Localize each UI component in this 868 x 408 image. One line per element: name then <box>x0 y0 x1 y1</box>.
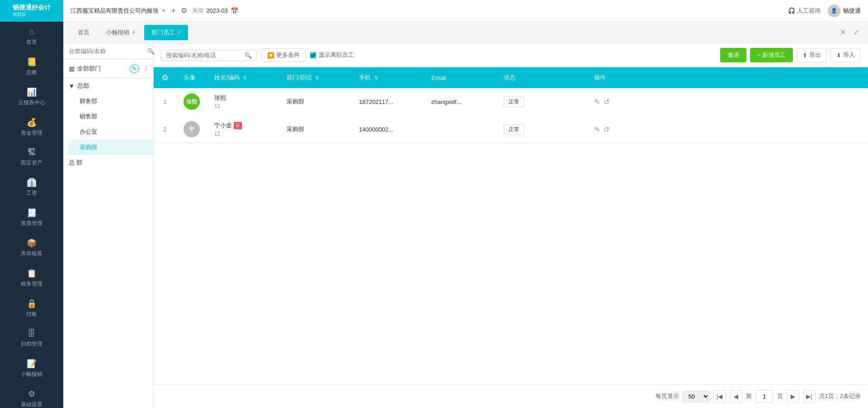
dept-node-general-header[interactable]: ▼ 总部 <box>63 78 153 94</box>
filter-label: 更多条件 <box>276 51 300 59</box>
dept-search-input[interactable] <box>69 48 145 55</box>
sidebar: ⌂ 首页 📒 总账 📊 云报表中心 💰 资金管理 🏗 固定资产 👔 工资 🧾 发… <box>0 22 63 408</box>
next-page-button[interactable]: ▶ <box>787 390 799 403</box>
prev-page-button[interactable]: ◀ <box>730 390 742 403</box>
employee-code: 12 <box>214 131 272 137</box>
dept-panel: 🔍 ▦ 全部部门 ✎ 《 ▼ 总部 财务部 <box>63 43 154 408</box>
sidebar-label-invoice: 发票管理 <box>21 220 42 227</box>
sidebar-label-salary: 工资 <box>26 189 37 197</box>
dept-cell: 采购部 <box>279 116 352 143</box>
sidebar-label-expense: 小畅报销 <box>21 370 42 378</box>
dept-node-hq[interactable]: 总 部 <box>63 155 153 170</box>
all-dept-label[interactable]: 全部部门 <box>77 65 127 73</box>
edit-employee-icon[interactable]: ✎ <box>594 98 600 106</box>
employee-search-box: 🔍 <box>161 50 257 61</box>
sidebar-label-closing: 结账 <box>26 310 37 318</box>
dept-node-office[interactable]: 办公室 <box>69 124 153 140</box>
app-logo[interactable]: 畅捷通好会计 旗舰版 <box>0 0 63 22</box>
sidebar-item-tax[interactable]: 📋 税务管理 <box>0 263 63 293</box>
employee-name: 张熙 <box>214 94 226 102</box>
sidebar-item-salary[interactable]: 👔 工资 <box>0 172 63 202</box>
dept-node-sales[interactable]: 销售部 <box>69 109 153 124</box>
sidebar-item-closing[interactable]: 🔒 结账 <box>0 293 63 324</box>
sidebar-item-inventory[interactable]: 📦 库存核算 <box>0 233 63 263</box>
per-page-select[interactable]: 50 100 <box>683 391 710 402</box>
more-action-icon[interactable]: ↺ <box>604 125 609 134</box>
sidebar-item-funds[interactable]: 💰 资金管理 <box>0 112 63 142</box>
collapse-dept-icon[interactable]: 《 <box>142 65 148 73</box>
tab-report-close[interactable]: × <box>132 29 135 36</box>
col-dept[interactable]: 部门/职位 ⇅ <box>279 67 352 88</box>
sidebar-label-assets: 固定资产 <box>21 159 42 167</box>
table-settings-icon[interactable]: ⚙ <box>161 73 169 82</box>
tab-report[interactable]: 小畅报销 × <box>99 25 142 40</box>
company-arrow-icon: ▼ <box>161 8 166 13</box>
last-page-button[interactable]: ▶| <box>803 390 816 403</box>
tab-home[interactable]: 首页 <box>71 25 97 40</box>
sidebar-item-expense[interactable]: 📝 小畅报销 <box>0 353 63 384</box>
avatar-cell: 宁 <box>176 116 207 143</box>
period-value: 2023-03 <box>206 7 228 14</box>
settings-icon[interactable]: ⚙ <box>181 6 187 15</box>
invite-button[interactable]: 邀请 <box>720 48 746 62</box>
table-row: 1 张熙 张熙 11 采购部 187202117... zhangxidf... <box>154 88 868 116</box>
actions-cell: ✎ ↺ <box>587 88 868 116</box>
salary-icon: 👔 <box>27 178 37 188</box>
dept-search-box: 🔍 <box>63 43 153 60</box>
more-action-icon[interactable]: ↺ <box>604 98 609 106</box>
show-resigned-checkbox[interactable] <box>310 52 316 58</box>
employee-search-icon[interactable]: 🔍 <box>245 52 252 59</box>
more-filter-button[interactable]: 🔽 更多条件 <box>261 48 306 62</box>
col-actions-label: 操作 <box>594 74 606 81</box>
sidebar-item-settings[interactable]: ⚙ 基础设置 <box>0 384 63 408</box>
tab-employees-close[interactable]: × <box>178 29 181 36</box>
sidebar-label-tax: 税务管理 <box>21 280 42 288</box>
tabbar-actions: ✕ ⤢ <box>838 26 861 38</box>
employee-tbody: 1 张熙 张熙 11 采购部 187202117... zhangxidf... <box>154 88 868 143</box>
edit-employee-icon[interactable]: ✎ <box>594 125 600 134</box>
app-sub: 旗舰版 <box>13 11 51 18</box>
sidebar-item-archive[interactable]: 🗄 归档管理 <box>0 324 63 353</box>
calendar-icon[interactable]: 📅 <box>231 7 238 14</box>
customer-service-button[interactable]: 🎧 人工咨询 <box>788 7 821 15</box>
close-tab-button[interactable]: ✕ <box>838 26 848 38</box>
dept-node-purchase[interactable]: 采购部 <box>69 140 153 155</box>
col-email: Email <box>424 67 496 88</box>
employee-search-input[interactable] <box>166 52 242 59</box>
sidebar-item-ledger[interactable]: 📒 总账 <box>0 52 63 82</box>
sidebar-label-archive: 归档管理 <box>21 340 42 348</box>
dept-tree: ▼ 总部 财务部 销售部 办公室 采购 <box>63 78 153 408</box>
dept-node-general-label: 总部 <box>77 82 89 90</box>
sidebar-item-reports[interactable]: 📊 云报表中心 <box>0 82 63 112</box>
toolbar-right: 邀请 + 新增员工 ⬆ 导出 ⬇ 导入 <box>720 48 861 62</box>
col-phone[interactable]: 手机 ⇅ <box>352 67 424 88</box>
tab-employees[interactable]: 部门员工 × <box>144 25 188 40</box>
user-menu[interactable]: 👤 畅捷通 <box>828 5 861 17</box>
company-selector[interactable]: 江西服宝精品有限责任公司内账张 ▼ <box>71 7 166 15</box>
edit-dept-icon[interactable]: ✎ <box>130 64 139 73</box>
show-resigned-label[interactable]: 显示离职员工 <box>310 51 354 59</box>
employee-dept: 采购部 <box>287 126 304 132</box>
sidebar-label-home: 首页 <box>26 38 37 46</box>
page-input[interactable] <box>755 390 774 403</box>
dept-cell: 采购部 <box>279 88 352 116</box>
sidebar-item-assets[interactable]: 🏗 固定资产 <box>0 142 63 172</box>
employee-table: ⚙ 头像 姓名/编码 ⇅ 部门/职位 <box>154 67 868 143</box>
add-tab-button[interactable]: + <box>171 7 175 15</box>
sidebar-item-home[interactable]: ⌂ 首页 <box>0 22 63 52</box>
export-button[interactable]: ⬆ 导出 <box>797 48 827 62</box>
employee-name: 宁小壹 <box>214 122 232 130</box>
sidebar-item-invoice[interactable]: 🧾 发票管理 <box>0 202 63 233</box>
assets-icon: 🏗 <box>28 148 36 157</box>
employee-toolbar: 🔍 🔽 更多条件 显示离职员工 邀请 + 新增员工 ⬆ <box>154 43 868 67</box>
employee-dept: 采购部 <box>287 98 304 105</box>
add-employee-button[interactable]: + 新增员工 <box>750 48 793 62</box>
import-button[interactable]: ⬇ 导入 <box>830 48 861 62</box>
phone-sort-icon: ⇅ <box>374 75 378 80</box>
first-page-button[interactable]: |◀ <box>713 390 726 403</box>
dept-node-finance[interactable]: 财务部 <box>69 94 153 109</box>
col-status-label: 状态 <box>504 74 515 81</box>
col-name[interactable]: 姓名/编码 ⇅ <box>207 67 279 88</box>
col-settings[interactable]: ⚙ <box>154 67 176 88</box>
expand-tab-button[interactable]: ⤢ <box>851 26 861 38</box>
